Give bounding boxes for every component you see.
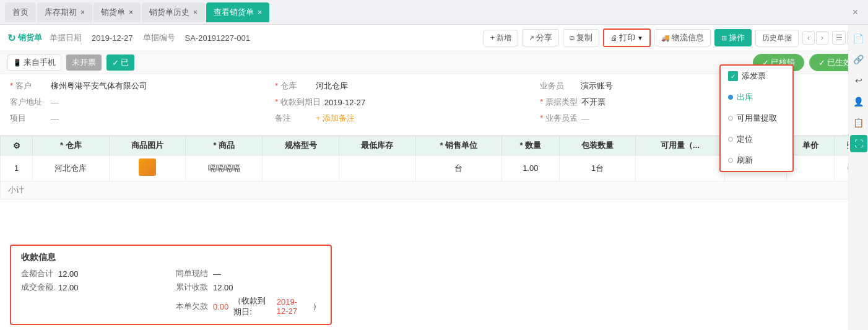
due-value: 2019-12-27 bbox=[277, 297, 308, 316]
payment-section: 收款信息 金额合计 12.00 同单现结 — 成交金额 12.00 累计收款 1… bbox=[10, 245, 332, 325]
locate-item[interactable]: 定位 bbox=[721, 129, 792, 150]
payment-title: 收款信息 bbox=[21, 252, 321, 263]
row-img bbox=[109, 155, 186, 181]
total-label: 金额合计 bbox=[21, 268, 53, 279]
tab-sales-close[interactable]: × bbox=[129, 8, 133, 17]
nav-arrows: ‹ › bbox=[802, 31, 828, 45]
row-price bbox=[786, 155, 834, 181]
staff-label: 业务员 bbox=[540, 80, 577, 92]
transaction-label: 成交金额 bbox=[21, 282, 53, 293]
balance-value: 0.00 bbox=[213, 302, 228, 311]
tab-sales-history[interactable]: 销货单历史 × bbox=[142, 2, 205, 22]
sidebar-link-icon[interactable]: 🔗 bbox=[850, 51, 867, 68]
refresh-item[interactable]: 刷新 bbox=[721, 150, 792, 171]
row-min-stock bbox=[339, 155, 415, 181]
col-available: 可用量（... bbox=[636, 136, 724, 155]
phone-button[interactable]: 📱 来自手机 bbox=[7, 54, 61, 71]
row-pack: 1台 bbox=[559, 155, 636, 181]
new-button[interactable]: + 新增 bbox=[484, 30, 518, 46]
available-qty-label: 可用量提取 bbox=[737, 113, 777, 124]
cumulative-value: 12.00 bbox=[213, 283, 233, 292]
header-actions: + 新增 ↗ 分享 ⧉ 复制 🖨 打印 ▼ 🚚 物流信息 bbox=[484, 28, 861, 47]
subtotal-label: 小计 bbox=[1, 181, 868, 199]
operate-button[interactable]: ⊞ 操作 bbox=[714, 29, 752, 46]
sidebar-return-icon[interactable]: ↩ bbox=[850, 72, 867, 89]
available-qty-dot bbox=[728, 116, 733, 121]
customer-label: 客户 bbox=[10, 80, 47, 92]
not-open-button[interactable]: 未开票 bbox=[66, 54, 102, 71]
locate-label: 定位 bbox=[737, 134, 753, 145]
ticket-label: 票据类型 bbox=[540, 97, 578, 108]
add-note-button[interactable]: + 添加备注 bbox=[316, 113, 355, 124]
sales-value: — bbox=[581, 114, 589, 123]
logistics-button[interactable]: 🚚 物流信息 bbox=[654, 29, 711, 46]
balance-label: 本单欠款 bbox=[176, 301, 208, 312]
cumulative-label: 累计收款 bbox=[176, 282, 208, 293]
due-date-label: 收款到期日 bbox=[275, 97, 321, 108]
next-button[interactable]: › bbox=[816, 31, 828, 45]
project-label: 项目 bbox=[10, 113, 47, 124]
row-spec bbox=[263, 155, 339, 181]
refresh-label: 刷新 bbox=[737, 155, 753, 166]
tab-view-sales[interactable]: 查看销货单 × bbox=[206, 2, 269, 22]
col-qty: * 数量 bbox=[501, 136, 559, 155]
row-unit: 台 bbox=[415, 155, 501, 181]
share-button[interactable]: ↗ 分享 bbox=[522, 29, 559, 46]
settlement-value: — bbox=[213, 269, 221, 279]
settlement-label: 同单现结 bbox=[176, 268, 208, 279]
transaction-value: 12.00 bbox=[58, 283, 79, 292]
col-price: 单价 bbox=[786, 136, 834, 155]
address-label: 客户地址 bbox=[10, 97, 47, 108]
out-warehouse-item[interactable]: 出库 bbox=[721, 87, 792, 108]
row-product: 嗝嗝嗝嗝 bbox=[186, 155, 263, 181]
row-index: 1 bbox=[1, 155, 33, 181]
col-product: * 商品 bbox=[186, 136, 263, 155]
window-close-button[interactable]: × bbox=[848, 4, 863, 20]
list-view-button[interactable]: ☰ bbox=[832, 31, 846, 45]
copy-button[interactable]: ⧉ 复制 bbox=[563, 29, 599, 46]
row-warehouse: 河北仓库 bbox=[33, 155, 110, 181]
doc-title: ↻ 销货单 bbox=[7, 32, 42, 44]
staff-value: 演示账号 bbox=[581, 80, 613, 92]
sidebar-expand-icon[interactable]: ⛶ bbox=[850, 135, 867, 152]
tab-view-sales-close[interactable]: × bbox=[258, 8, 262, 17]
available-qty-item[interactable]: 可用量提取 bbox=[721, 108, 792, 129]
note-label: 备注 bbox=[275, 113, 312, 124]
locate-dot bbox=[728, 137, 733, 142]
total-value: 12.00 bbox=[58, 269, 79, 279]
check-button[interactable]: ✓ 已 bbox=[106, 54, 134, 71]
sidebar-user-icon[interactable]: 👤 bbox=[850, 93, 867, 110]
tab-sales[interactable]: 销货单 × bbox=[93, 2, 141, 22]
warehouse-value: 河北仓库 bbox=[316, 80, 348, 92]
sidebar-list-icon[interactable]: 📋 bbox=[850, 114, 867, 131]
row-qty: 1.00 bbox=[501, 155, 559, 181]
document-header: ↻ 销货单 单据日期 2019-12-27 单据编号 SA-20191227-0… bbox=[0, 25, 868, 51]
add-invoice-label: 添发票 bbox=[742, 71, 766, 82]
prev-button[interactable]: ‹ bbox=[802, 31, 815, 45]
col-pack: 包装数量 bbox=[559, 136, 636, 155]
history-button[interactable]: 历史单据 bbox=[755, 30, 799, 46]
tab-bar: 首页 库存期初 × 销货单 × 销货单历史 × 查看销货单 × × bbox=[0, 0, 868, 25]
row-available bbox=[636, 155, 724, 181]
tab-home[interactable]: 首页 bbox=[5, 2, 36, 22]
subtotal-row: 小计 bbox=[1, 181, 868, 199]
col-settings[interactable]: ⚙ bbox=[1, 136, 33, 155]
customer-value: 柳州粤港平安气体有限公司 bbox=[51, 80, 147, 92]
col-spec: 规格型号 bbox=[263, 136, 339, 155]
out-warehouse-label: 出库 bbox=[737, 92, 753, 103]
col-min-stock: 最低库存 bbox=[339, 136, 415, 155]
project-value: — bbox=[51, 114, 59, 123]
tab-inventory-close[interactable]: × bbox=[80, 8, 85, 17]
tab-sales-history-close[interactable]: × bbox=[193, 8, 197, 17]
add-invoice-item[interactable]: ✓ 添发票 bbox=[721, 66, 792, 87]
right-sidebar: 📄 🔗 ↩ 👤 📋 ⛶ bbox=[848, 25, 868, 330]
sidebar-doc-icon[interactable]: 📄 bbox=[850, 30, 867, 47]
due-info: （收款到期日: bbox=[233, 295, 272, 318]
print-button[interactable]: 🖨 打印 ▼ bbox=[603, 28, 651, 47]
dropdown-menu: ✓ 添发票 出库 可用量提取 定位 刷新 bbox=[719, 64, 794, 172]
out-warehouse-dot bbox=[728, 95, 733, 100]
tab-inventory[interactable]: 库存期初 × bbox=[37, 2, 92, 22]
address-value: — bbox=[51, 98, 59, 107]
col-unit: * 销售单位 bbox=[415, 136, 501, 155]
col-warehouse: * 仓库 bbox=[33, 136, 110, 155]
